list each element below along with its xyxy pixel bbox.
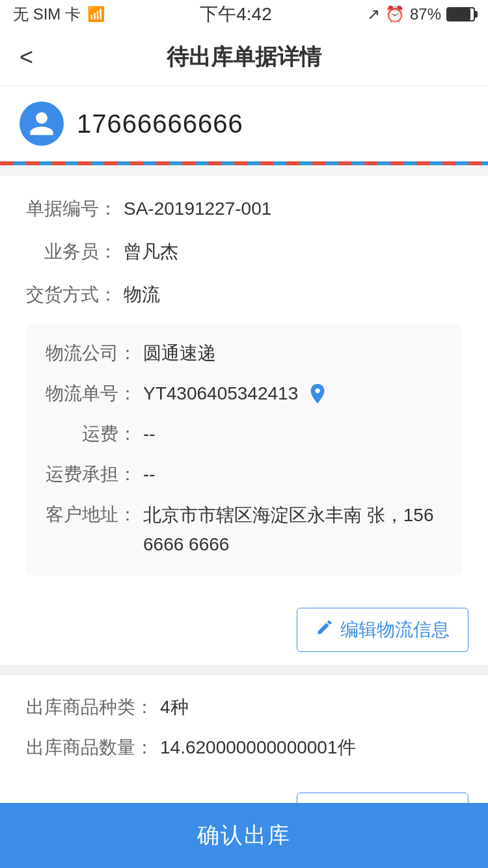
address-label: 客户地址： (46, 501, 137, 528)
logistics-company-label: 物流公司： (46, 340, 137, 367)
user-phone: 17666666666 (77, 109, 243, 139)
freight-bear-label: 运费承担： (46, 461, 137, 488)
confirm-button[interactable]: 确认出库 (0, 803, 488, 868)
nav-bar: < 待出库单据详情 (0, 29, 488, 86)
status-bar: 无 SIM 卡 📶 下午4:42 ↗ ⏰ 87% (0, 0, 488, 29)
edit-btn-row: 编辑物流信息 (0, 595, 488, 665)
confirm-button-label: 确认出库 (197, 821, 291, 850)
goods-type-value: 4种 (160, 695, 189, 720)
status-right: ↗ ⏰ 87% (367, 5, 475, 23)
alarm-icon: ⏰ (385, 5, 405, 23)
carrier-label: 无 SIM 卡 (13, 4, 81, 25)
order-no-label: 单据编号： (26, 195, 117, 223)
avatar (20, 102, 64, 146)
tracking-no-label: 物流单号： (46, 380, 137, 407)
goods-section: 出库商品种类： 4种 出库商品数量： 14.620000000000001件 (0, 675, 488, 780)
edit-icon (316, 618, 334, 641)
status-time: 下午4:42 (200, 2, 272, 27)
edit-button-label: 编辑物流信息 (340, 617, 450, 642)
delivery-row: 交货方式： 物流 (26, 281, 462, 308)
logistics-card: 物流公司： 圆通速递 物流单号： YT4306405342413 运费： -- … (26, 324, 462, 575)
tracking-no-value: YT4306405342413 (143, 380, 442, 407)
goods-qty-row: 出库商品数量： 14.620000000000001件 (26, 735, 462, 760)
freight-row: 运费： -- (46, 420, 442, 448)
user-icon (27, 109, 56, 138)
tracking-number-text: YT4306405342413 (143, 380, 298, 407)
logistics-company-value: 圆通速递 (143, 340, 442, 367)
delivery-label: 交货方式： (26, 281, 117, 308)
freight-value: -- (143, 420, 442, 448)
freight-bear-row: 运费承担： -- (46, 461, 442, 488)
status-left: 无 SIM 卡 📶 (13, 4, 105, 25)
address-row: 客户地址： 北京市市辖区海淀区永丰南 张，156 6666 6666 (46, 501, 442, 560)
location-status-icon: ↗ (367, 5, 380, 23)
section-separator (0, 665, 488, 675)
wifi-icon: 📶 (87, 6, 105, 23)
back-button[interactable]: < (20, 44, 33, 71)
goods-qty-label: 出库商品数量： (26, 735, 154, 760)
dashed-divider (0, 161, 488, 165)
order-no-row: 单据编号： SA-20191227-001 (26, 195, 462, 223)
salesperson-row: 业务员： 曾凡杰 (26, 238, 462, 265)
order-info-section: 单据编号： SA-20191227-001 业务员： 曾凡杰 交货方式： 物流 … (0, 176, 488, 595)
goods-qty-value: 14.620000000000001件 (160, 735, 356, 760)
battery-icon (446, 7, 475, 21)
address-value: 北京市市辖区海淀区永丰南 张，156 6666 6666 (143, 501, 442, 560)
order-no-value: SA-20191227-001 (124, 195, 462, 223)
logistics-company-row: 物流公司： 圆通速递 (46, 340, 442, 367)
edit-logistics-button[interactable]: 编辑物流信息 (297, 608, 468, 652)
page-title: 待出库单据详情 (167, 42, 321, 72)
tracking-no-row: 物流单号： YT4306405342413 (46, 380, 442, 407)
delivery-value: 物流 (124, 281, 462, 308)
salesperson-value: 曾凡杰 (124, 238, 462, 265)
salesperson-label: 业务员： (26, 238, 117, 265)
goods-type-row: 出库商品种类： 4种 (26, 695, 462, 720)
freight-label: 运费： (46, 420, 137, 448)
battery-percent: 87% (410, 5, 441, 23)
map-pin-icon[interactable] (306, 382, 329, 405)
goods-type-label: 出库商品种类： (26, 695, 154, 720)
freight-bear-value: -- (143, 461, 442, 488)
user-header: 17666666666 (0, 86, 488, 161)
